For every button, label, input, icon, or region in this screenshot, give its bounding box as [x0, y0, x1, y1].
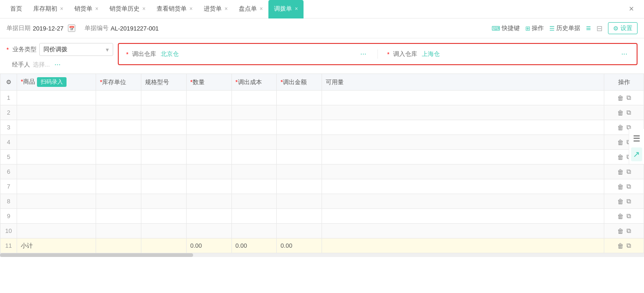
- setting-button[interactable]: ⚙ 设置: [608, 22, 638, 34]
- amount-cell[interactable]: [277, 91, 322, 105]
- copy-icon[interactable]: ⧉: [626, 242, 631, 250]
- unit-cell[interactable]: [96, 194, 141, 209]
- tab-home[interactable]: 首页: [5, 0, 28, 18]
- tab-purchase-order[interactable]: 进货单×: [198, 0, 233, 18]
- unit-cell[interactable]: [96, 105, 141, 120]
- spec-cell[interactable]: [141, 105, 186, 120]
- cost-cell[interactable]: [231, 179, 277, 194]
- operation-button[interactable]: ⊞ 操作: [525, 24, 544, 32]
- cost-cell[interactable]: [231, 150, 277, 165]
- delete-icon[interactable]: 🗑: [617, 94, 624, 102]
- spec-cell[interactable]: [141, 209, 186, 224]
- product-cell[interactable]: [17, 105, 96, 120]
- qty-cell[interactable]: [186, 150, 231, 165]
- spec-cell[interactable]: [141, 165, 186, 179]
- product-cell[interactable]: [17, 120, 96, 135]
- agent-ellipsis-button[interactable]: ···: [53, 61, 62, 69]
- tab-transfer-order[interactable]: 调拨单×: [268, 0, 304, 18]
- spec-cell[interactable]: [141, 135, 186, 150]
- qty-cell[interactable]: [186, 135, 231, 150]
- delete-icon[interactable]: 🗑: [617, 227, 624, 235]
- tab-close-purchase-order[interactable]: ×: [225, 6, 228, 12]
- product-cell[interactable]: [17, 150, 96, 165]
- amount-cell[interactable]: [277, 120, 322, 135]
- warehouse-out-ellipsis-button[interactable]: ···: [358, 50, 368, 58]
- delete-icon[interactable]: 🗑: [617, 183, 624, 190]
- qty-cell[interactable]: [186, 105, 231, 120]
- unit-cell[interactable]: [96, 165, 141, 179]
- layout-list-icon[interactable]: ≡: [586, 24, 591, 33]
- spec-cell[interactable]: [141, 179, 186, 194]
- spec-cell[interactable]: [141, 120, 186, 135]
- copy-icon[interactable]: ⧉: [626, 94, 631, 102]
- product-cell[interactable]: [17, 179, 96, 194]
- qty-cell[interactable]: [186, 165, 231, 179]
- product-cell[interactable]: [17, 165, 96, 179]
- cost-cell[interactable]: [231, 165, 277, 179]
- qty-cell[interactable]: [186, 209, 231, 224]
- cost-cell[interactable]: [231, 194, 277, 209]
- warehouse-out-value[interactable]: 北京仓: [161, 50, 179, 58]
- tab-close-sales-history[interactable]: ×: [142, 6, 146, 12]
- product-cell[interactable]: [17, 194, 96, 209]
- side-external-icon[interactable]: ↗: [631, 147, 642, 161]
- unit-cell[interactable]: [96, 179, 141, 194]
- tab-close-inventory-init[interactable]: ×: [60, 6, 63, 12]
- qty-cell[interactable]: [186, 194, 231, 209]
- delete-icon[interactable]: 🗑: [617, 124, 624, 131]
- tab-close-view-sales[interactable]: ×: [189, 6, 193, 12]
- shortcut-button[interactable]: ⌨ 快捷键: [492, 24, 520, 32]
- copy-icon[interactable]: ⧉: [626, 227, 631, 235]
- cost-cell[interactable]: [231, 209, 277, 224]
- amount-cell[interactable]: [277, 224, 322, 238]
- cost-cell[interactable]: [231, 135, 277, 150]
- amount-cell[interactable]: [277, 209, 322, 224]
- delete-icon[interactable]: 🗑: [617, 213, 624, 220]
- unit-cell[interactable]: [96, 224, 141, 238]
- date-value[interactable]: 2019-12-27: [33, 25, 64, 32]
- product-cell[interactable]: [17, 135, 96, 150]
- gear-column-header[interactable]: ⚙: [0, 74, 17, 91]
- copy-icon[interactable]: ⧉: [626, 212, 631, 220]
- agent-input[interactable]: 选择...: [33, 61, 50, 69]
- amount-cell[interactable]: [277, 194, 322, 209]
- product-cell[interactable]: [17, 91, 96, 105]
- unit-cell[interactable]: [96, 209, 141, 224]
- qty-cell[interactable]: [186, 120, 231, 135]
- layout-grid-icon[interactable]: ⊟: [596, 24, 602, 33]
- qty-cell[interactable]: [186, 224, 231, 238]
- amount-cell[interactable]: [277, 179, 322, 194]
- tab-inventory-count[interactable]: 盘点单×: [233, 0, 268, 18]
- warehouse-in-value[interactable]: 上海仓: [422, 50, 440, 58]
- copy-icon[interactable]: ⧉: [626, 197, 631, 205]
- spec-cell[interactable]: [141, 91, 186, 105]
- product-cell[interactable]: [17, 209, 96, 224]
- cost-cell[interactable]: [231, 105, 277, 120]
- warehouse-in-ellipsis-button[interactable]: ···: [620, 50, 629, 58]
- delete-icon[interactable]: 🗑: [617, 242, 624, 250]
- cost-cell[interactable]: [231, 91, 277, 105]
- scan-button[interactable]: 扫码录入: [37, 77, 67, 87]
- delete-icon[interactable]: 🗑: [617, 109, 624, 116]
- amount-cell[interactable]: [277, 135, 322, 150]
- spec-cell[interactable]: [141, 194, 186, 209]
- delete-icon[interactable]: 🗑: [617, 139, 624, 146]
- close-all-button[interactable]: ×: [623, 4, 639, 14]
- copy-icon[interactable]: ⧉: [626, 109, 631, 116]
- delete-icon[interactable]: 🗑: [617, 198, 624, 205]
- copy-icon[interactable]: ⧉: [626, 168, 631, 176]
- tab-close-inventory-count[interactable]: ×: [260, 6, 263, 12]
- unit-cell[interactable]: [96, 120, 141, 135]
- amount-cell[interactable]: [277, 165, 322, 179]
- unit-cell[interactable]: [96, 150, 141, 165]
- amount-cell[interactable]: [277, 105, 322, 120]
- tab-sales-order[interactable]: 销货单×: [69, 0, 104, 18]
- cost-cell[interactable]: [231, 120, 277, 135]
- delete-icon[interactable]: 🗑: [617, 153, 624, 161]
- qty-cell[interactable]: [186, 91, 231, 105]
- tab-inventory-init[interactable]: 库存期初×: [28, 0, 69, 18]
- calendar-icon[interactable]: 📅: [68, 24, 75, 32]
- spec-cell[interactable]: [141, 224, 186, 238]
- tab-close-transfer-order[interactable]: ×: [295, 6, 298, 12]
- cost-cell[interactable]: [231, 224, 277, 238]
